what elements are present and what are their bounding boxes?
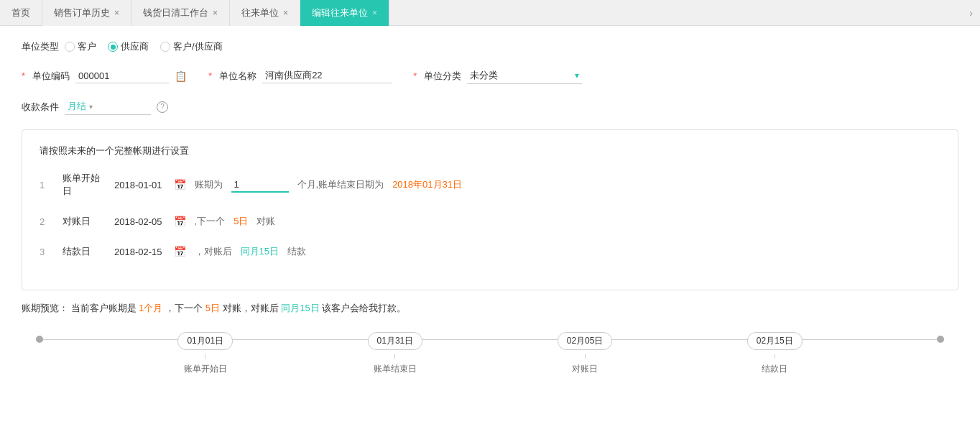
preview-suffix: 该客户会给我打款。 [322, 303, 406, 313]
tab-home[interactable]: 首页 [0, 0, 42, 26]
period-num-1: 1 [40, 180, 54, 190]
unit-type-row: 单位类型 客户 供应商 客户/供应商 [22, 40, 958, 53]
period-num-2: 2 [40, 216, 54, 227]
timeline-label-2: 账单结束日 [374, 363, 417, 375]
timeline-nodes: 01月01日 账单开始日 01月31日 账单结束日 02月05日 对账日 [36, 332, 944, 375]
period-num-3: 3 [40, 247, 54, 257]
radio-group: 客户 供应商 客户/供应商 [65, 40, 223, 53]
period-desc-2a: ,下一个 [195, 215, 226, 228]
payment-terms-group: 收款条件 月结 ▾ ? [22, 98, 168, 115]
unit-category-group: * 单位分类 未分类 ▾ [413, 68, 582, 84]
timeline-tag-line-3 [585, 354, 586, 359]
timeline-label-3: 对账日 [572, 363, 598, 375]
unit-info-row: * 单位编码 📋 * 单位名称 * 单位分类 未分类 ▾ [22, 68, 958, 84]
period-months-input[interactable] [231, 178, 289, 193]
period-calendar-3[interactable]: 📅 [174, 246, 186, 257]
timeline-tag-line-4 [775, 354, 775, 359]
unit-category-star: * [413, 70, 417, 81]
preview-mid-2: 对账，对账后 [223, 303, 279, 313]
period-label-1: 账单开始日 [63, 172, 106, 198]
unit-name-label: 单位名称 [219, 70, 256, 83]
timeline-label-1: 账单开始日 [184, 363, 227, 375]
unit-code-star: * [22, 70, 25, 81]
radio-customer-circle [65, 42, 75, 52]
period-desc-3a: ，对账后 [195, 245, 232, 258]
radio-supplier-label: 供应商 [121, 40, 149, 53]
unit-type-label: 单位类型 [22, 40, 59, 53]
tab-unit-origin[interactable]: 往来单位 × [230, 0, 300, 26]
tab-sales-close-icon[interactable]: × [114, 8, 119, 18]
radio-both[interactable]: 客户/供应商 [160, 40, 223, 53]
tab-unit-label: 往来单位 [241, 6, 279, 19]
period-date-1: 2018-01-01 [114, 180, 162, 190]
category-chevron-icon: ▾ [575, 70, 579, 80]
tab-cash-work[interactable]: 钱货日清工作台 × [131, 0, 230, 26]
period-card: 请按照未来的一个完整帐期进行设置 1 账单开始日 2018-01-01 📅 账期… [22, 129, 958, 290]
timeline-node-2: 01月31日 账单结束日 [368, 332, 423, 375]
tabs-arrow[interactable]: › [962, 7, 980, 19]
radio-both-label: 客户/供应商 [173, 40, 223, 53]
tab-edit-label: 编辑往来单位 [312, 6, 368, 19]
timeline-right-dot [937, 336, 944, 343]
timeline-tag-4: 02月15日 [747, 332, 803, 350]
period-row-3: 3 结款日 2018-02-15 📅 ，对账后 同月15日 结款 [40, 245, 940, 258]
radio-customer-label: 客户 [78, 40, 96, 53]
tab-edit-close-icon[interactable]: × [372, 8, 377, 18]
payment-terms-value: 月结 [68, 100, 86, 113]
timeline-node-3: 02月05日 对账日 [558, 332, 613, 375]
unit-name-input[interactable] [262, 69, 392, 83]
period-desc-2b: 对账 [256, 215, 275, 228]
tab-unit-close-icon[interactable]: × [283, 8, 288, 18]
timeline-tag-line-2 [394, 354, 395, 359]
period-label-2: 对账日 [63, 215, 106, 228]
unit-type-group: 单位类型 客户 供应商 客户/供应商 [22, 40, 223, 53]
radio-supplier-circle [108, 42, 118, 52]
period-row-2: 2 对账日 2018-02-05 📅 ,下一个 5日 对账 [40, 215, 940, 228]
period-row-1: 1 账单开始日 2018-01-01 📅 账期为 个月,账单结束日期为 2018… [40, 172, 940, 198]
unit-code-group: * 单位编码 📋 [22, 69, 187, 83]
period-calendar-1[interactable]: 📅 [174, 179, 186, 190]
preview-prefix: 当前客户账期是 [71, 303, 137, 313]
preview-highlight-2: 5日 [205, 303, 220, 313]
tab-sales-label: 销售订单历史 [54, 6, 110, 19]
payment-terms-help-icon[interactable]: ? [157, 101, 168, 113]
unit-category-value: 未分类 [470, 69, 572, 82]
preview-mid-1: ，下一个 [165, 303, 203, 313]
radio-both-circle [160, 42, 170, 52]
payment-terms-select[interactable]: 月结 ▾ [65, 98, 151, 115]
payment-terms-label: 收款条件 [22, 101, 59, 114]
unit-name-star: * [208, 70, 212, 81]
radio-supplier[interactable]: 供应商 [108, 40, 149, 53]
preview-text: 账期预览： 当前客户账期是 1个月 ，下一个 5日 对账，对账后 同月15日 该… [22, 302, 958, 315]
tab-home-label: 首页 [11, 6, 30, 19]
unit-category-label: 单位分类 [424, 70, 461, 83]
unit-category-select[interactable]: 未分类 ▾ [467, 68, 582, 84]
payment-terms-row: 收款条件 月结 ▾ ? [22, 98, 958, 115]
period-label-3: 结款日 [63, 245, 106, 258]
period-end-date-highlight: 2018年01月31日 [392, 178, 462, 191]
unit-code-copy-icon[interactable]: 📋 [175, 70, 187, 82]
timeline-left-dot [36, 336, 43, 343]
period-desc-2-highlight: 5日 [234, 215, 248, 228]
tab-edit-unit[interactable]: 编辑往来单位 × [300, 0, 389, 26]
radio-customer[interactable]: 客户 [65, 40, 96, 53]
timeline-tag-2: 01月31日 [368, 332, 423, 350]
period-suffix-1: 个月,账单结束日期为 [297, 178, 384, 191]
tab-cash-label: 钱货日清工作台 [143, 6, 208, 19]
timeline-tag-line-1 [205, 354, 205, 359]
period-mid-1: 账期为 [195, 178, 223, 191]
tabs-bar: 首页 销售订单历史 × 钱货日清工作台 × 往来单位 × 编辑往来单位 × › [0, 0, 980, 26]
tab-cash-close-icon[interactable]: × [213, 8, 218, 18]
period-desc-3-highlight: 同月15日 [241, 245, 279, 258]
timeline-node-4: 02月15日 结款日 [747, 332, 803, 375]
period-date-3: 2018-02-15 [114, 247, 162, 257]
tab-sales-history[interactable]: 销售订单历史 × [42, 0, 131, 26]
unit-code-input[interactable] [75, 69, 169, 83]
unit-code-label: 单位编码 [32, 70, 70, 83]
period-calendar-2[interactable]: 📅 [174, 216, 186, 227]
timeline-tag-3: 02月05日 [558, 332, 613, 350]
timeline-right-end [937, 332, 944, 343]
timeline-tag-1: 01月01日 [177, 332, 233, 350]
main-content: 单位类型 客户 供应商 客户/供应商 * 单位编码 [0, 26, 980, 437]
timeline-node-1: 01月01日 账单开始日 [177, 332, 233, 375]
